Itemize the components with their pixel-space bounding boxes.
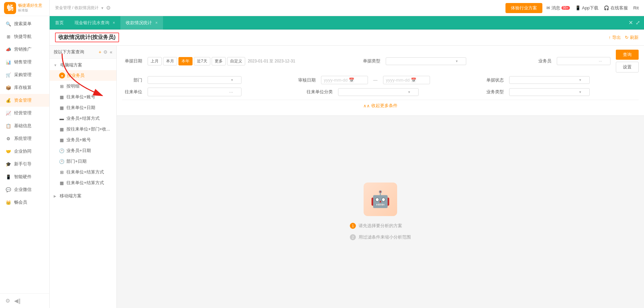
menu-item-label: 业务员+账号 xyxy=(66,137,91,143)
sidebar-item-funds[interactable]: 💰 资金管理 xyxy=(0,94,49,107)
menu-item-salesman-account[interactable]: ▦ 业务员+账号 xyxy=(50,135,116,145)
counterpart-category-select[interactable]: ▾ xyxy=(338,88,419,96)
pc-section-title: 电脑端方案 xyxy=(60,62,82,68)
tab-cashflow[interactable]: 现金银行流水查询 × xyxy=(69,16,120,30)
mobile-section-header[interactable]: ▶ 移动端方案 xyxy=(50,191,116,201)
message-icon: ✉ xyxy=(546,5,550,10)
sidebar-item-newbie[interactable]: 🎓 新手引导 xyxy=(0,158,49,170)
date-btn-more[interactable]: 更多 xyxy=(212,57,226,65)
menu-item-unit-account[interactable]: ▦ 往来单位+账号 xyxy=(50,92,116,102)
sidebar-item-search[interactable]: 🔍 搜索菜单 xyxy=(0,17,49,30)
filter-row-3: 往来单位 ··· 往来单位分类 ▾ 业务类型 ▾ xyxy=(122,88,639,96)
dept-label: 部门 xyxy=(122,77,142,83)
box-icon: 📦 xyxy=(5,85,11,91)
panel-add-icon[interactable]: + xyxy=(99,49,101,55)
settings-footer-icon[interactable]: ⚙ xyxy=(5,298,10,304)
sidebar-item-purchase[interactable]: 🛒 采购管理 xyxy=(0,68,49,81)
maximize-icon[interactable]: ⤢ xyxy=(636,19,640,26)
menu-item-salesman-payment[interactable]: ▬ 业务员+结算方式 xyxy=(50,113,116,124)
customer-service-button[interactable]: 🎧 在线客服 xyxy=(604,5,628,11)
menu-item-salesman[interactable]: ● 按业务员 xyxy=(50,70,116,81)
panel-icons: + ⚙ « xyxy=(99,49,112,55)
sidebar-item-label: 企业微信 xyxy=(14,187,32,193)
counterpart-category-label: 往来单位分类 xyxy=(307,89,333,95)
sidebar-item-operations[interactable]: 📈 经营管理 xyxy=(0,107,49,119)
date-btn-this-month[interactable]: 本月 xyxy=(163,57,177,65)
voucher-type-select[interactable]: ▾ xyxy=(386,57,466,65)
detail-icon: ⊞ xyxy=(59,84,64,89)
business-type-select[interactable]: ▾ xyxy=(509,88,590,96)
sidebar-item-wechat[interactable]: 💬 企业微信 xyxy=(0,183,49,196)
date-btn-custom[interactable]: 自定义 xyxy=(227,57,245,65)
menu-item-salesman-date[interactable]: 🕐 业务员+日期 xyxy=(50,145,116,156)
review-date-from[interactable]: yyyy-mm-dd 📅 xyxy=(321,76,368,84)
sidebar-item-system[interactable]: ⚙ 系统管理 xyxy=(0,132,49,145)
chart-icon: 📊 xyxy=(5,59,11,65)
date-btn-last-month[interactable]: 上月 xyxy=(148,57,162,65)
topbar-gear-icon[interactable]: ⚙ xyxy=(106,5,111,11)
voucher-status-chevron: ▾ xyxy=(579,78,581,82)
close-window-icon[interactable]: ✕ xyxy=(629,19,633,26)
sidebar-item-label: 销售管理 xyxy=(14,59,32,65)
message-button[interactable]: ✉ 消息 99+ xyxy=(546,5,570,11)
step1-number: 1 xyxy=(350,223,356,229)
date-label: 单据日期 xyxy=(122,58,142,64)
user-avatar[interactable]: Rit xyxy=(633,5,639,10)
settings-button[interactable]: 设置 xyxy=(616,62,639,72)
sidebar-item-inventory[interactable]: 📦 库存核算 xyxy=(0,81,49,94)
step2-text: 用过滤条件来缩小分析范围 xyxy=(359,233,411,242)
date-dash: — xyxy=(373,78,378,83)
menu-item-unit-payment2[interactable]: ▦ 往来单位+结算方式 xyxy=(50,177,116,188)
counterpart-select[interactable]: ··· xyxy=(148,88,241,96)
export-button[interactable]: ↑ 导出 xyxy=(609,35,621,41)
table5-icon: ▦ xyxy=(59,180,64,186)
topbar-left: 资金管理 / 收款情况统计 ▾ ⚙ xyxy=(55,5,501,11)
sidebar-item-enterprise[interactable]: 🤝 企业协同 xyxy=(0,145,49,158)
date-btn-7days[interactable]: 近7天 xyxy=(194,57,210,65)
counterpart-dots: ··· xyxy=(229,89,233,95)
sidebar-item-sales[interactable]: 📊 销售管理 xyxy=(0,56,49,68)
menu-item-dept-date[interactable]: 🕐 部门+日期 xyxy=(50,156,116,167)
salesman-select[interactable]: ··· xyxy=(557,57,610,65)
sidebar-item-basic[interactable]: 📋 基础信息 xyxy=(0,119,49,132)
tab-home[interactable]: 首页 xyxy=(50,16,69,30)
sidebar-item-label: 系统管理 xyxy=(14,136,32,142)
sidebar-item-label: 采购管理 xyxy=(14,72,32,78)
sidebar-item-hardware[interactable]: 📱 智能硬件 xyxy=(0,170,49,183)
topbar-dropdown-icon[interactable]: ▾ xyxy=(101,6,103,10)
calendar-icon-to[interactable]: 📅 xyxy=(411,78,416,83)
menu-item-unit-date[interactable]: ▦ 往来单位+日期 xyxy=(50,102,116,113)
panel-settings-icon[interactable]: ⚙ xyxy=(103,49,108,55)
menu-item-unit-dept[interactable]: ▦ 按往来单位+部门+收... xyxy=(50,124,116,135)
sidebar: 畅 畅捷通好生意 标准版 🔍 搜索菜单 ⊞ 快捷导航 📣 营销推广 📊 销售管理… xyxy=(0,0,50,308)
tab-cashflow-close[interactable]: × xyxy=(113,20,115,25)
app-download-label: App下载 xyxy=(582,5,598,11)
dept-select[interactable]: ▾ xyxy=(148,76,241,84)
app-badge: 标准版 xyxy=(18,8,42,13)
grid-icon: ⊞ xyxy=(59,169,64,175)
panel-collapse-icon[interactable]: « xyxy=(110,49,112,55)
collapse-sidebar-icon[interactable]: ◀‖ xyxy=(14,298,21,304)
refresh-button[interactable]: ↻ 刷新 xyxy=(625,35,639,41)
tab-receipt-stats[interactable]: 收款情况统计 × xyxy=(120,16,163,30)
sidebar-item-marketing[interactable]: 📣 营销推广 xyxy=(0,43,49,56)
sidebar-item-member[interactable]: 👑 畅会员 xyxy=(0,196,49,209)
member-icon: 👑 xyxy=(5,199,11,205)
menu-item-unit-payment1[interactable]: ⊞ 往来单位+结算方式 xyxy=(50,167,116,177)
calendar-icon-from[interactable]: 📅 xyxy=(349,78,354,83)
voucher-status-select[interactable]: ▾ xyxy=(509,76,590,84)
menu-item-detail[interactable]: ⊞ 按明细 xyxy=(50,81,116,92)
query-button[interactable]: 查询 xyxy=(616,50,639,60)
pc-section-header[interactable]: ▼ 电脑端方案 xyxy=(50,60,116,70)
message-badge: 99+ xyxy=(561,6,570,10)
sidebar-item-label: 新手引导 xyxy=(14,161,32,167)
sidebar-item-quicknav[interactable]: ⊞ 快捷导航 xyxy=(0,30,49,43)
app-download-button[interactable]: 📱 App下载 xyxy=(575,5,598,11)
collapse-filter-btn[interactable]: ∧∧ 收起更多条件 xyxy=(122,100,639,111)
tab-receipt-stats-close[interactable]: × xyxy=(155,20,158,25)
date-btn-this-year[interactable]: 本年 xyxy=(178,57,193,65)
sidebar-item-label: 畅会员 xyxy=(14,199,27,205)
logo-text-group: 畅捷通好生意 标准版 xyxy=(18,3,42,13)
trial-button[interactable]: 体验行业方案 xyxy=(505,3,542,13)
review-date-to[interactable]: yyyy-mm-dd 📅 xyxy=(383,76,430,84)
